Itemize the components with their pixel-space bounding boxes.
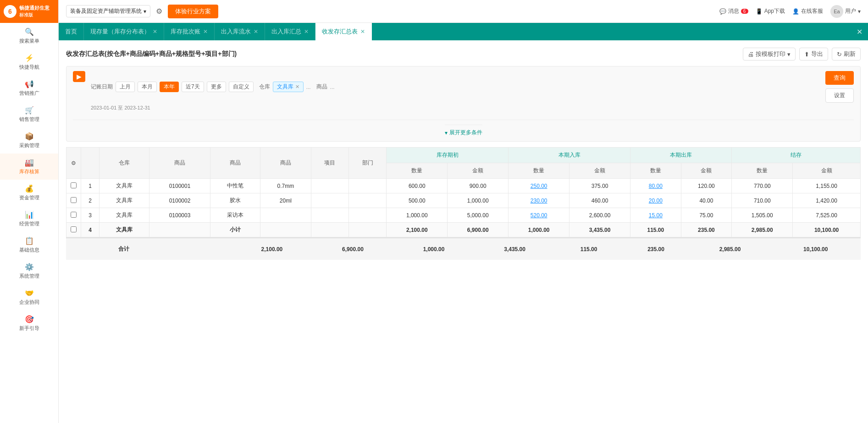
content-area: 收发存汇总表(按仓库+商品编码+商品+规格型号+项目+部门) 🖨 按模板打印 ▾… — [59, 40, 868, 423]
sales-icon: 🛒 — [25, 106, 34, 115]
sidebar-item-label: 营销推广 — [19, 90, 39, 97]
topbar: 装备及固定资产辅助管理系统 ▾ ⚙ 体验行业方案 💬 消息 6 📱 App下载 … — [59, 0, 868, 23]
link-num[interactable]: 15.00 — [649, 212, 663, 219]
tab-close-icon[interactable]: ✕ — [153, 28, 157, 35]
goods-label: 商品 — [316, 83, 327, 91]
sidebar-item-label: 快捷导航 — [19, 64, 39, 71]
sidebar-item-finance[interactable]: 💰 资金管理 — [0, 180, 58, 206]
expand-filter-button[interactable]: ▾ 展开更多条件 — [445, 125, 482, 137]
date-filter-group: 记账日期 上月 本月 本年 近7天 更多 自定义 — [91, 82, 254, 92]
settings-icon[interactable]: ⚙ — [156, 7, 162, 16]
table-settings-col[interactable]: ⚙ — [66, 148, 81, 179]
message-button[interactable]: 💬 消息 6 — [719, 7, 748, 15]
main-area: 装备及固定资产辅助管理系统 ▾ ⚙ 体验行业方案 💬 消息 6 📱 App下载 … — [59, 0, 868, 423]
system-selector[interactable]: 装备及固定资产辅助管理系统 ▾ — [66, 5, 150, 17]
table-out-amt-col: 金额 — [681, 163, 732, 179]
sidebar-item-label: 采购管理 — [19, 142, 39, 149]
purchase-icon: 📦 — [25, 132, 34, 141]
sidebar-item-label: 销售管理 — [19, 116, 39, 123]
sidebar-item-sales[interactable]: 🛒 销售管理 — [0, 101, 58, 127]
refresh-button[interactable]: ↻ 刷新 — [832, 48, 861, 60]
tab-receive-summary[interactable]: 收发存汇总表 ✕ — [315, 23, 372, 40]
app-download-button[interactable]: 📱 App下载 — [756, 7, 785, 15]
date-btn-more[interactable]: 更多 — [207, 82, 226, 92]
total-balance-amt: 10,100.00 — [770, 242, 861, 256]
table-row: 3文具库0100003采访本1,000.005,000.00520.002,60… — [66, 208, 861, 223]
date-btn-this-year[interactable]: 本年 — [160, 82, 179, 92]
page-content: 收发存汇总表(按仓库+商品编码+商品+规格型号+项目+部门) 🖨 按模板打印 ▾… — [59, 40, 868, 423]
link-num[interactable]: 80.00 — [649, 183, 663, 189]
warehouse-more[interactable]: ... — [306, 84, 311, 90]
tab-close-icon[interactable]: ✕ — [254, 28, 258, 35]
goods-filter-group: 商品 ... — [316, 83, 335, 91]
export-button[interactable]: ⬆ 导出 — [799, 48, 828, 60]
avatar: Ea — [830, 5, 843, 18]
tab-inout-summary[interactable]: 出入库汇总 ✕ — [265, 23, 315, 40]
table-dept-col: 部门 — [348, 148, 386, 179]
tab-close-icon[interactable]: ✕ — [203, 28, 208, 35]
system-icon: ⚙️ — [25, 263, 34, 271]
table-row: 2文具库0100002胶水20ml500.001,000.00230.00460… — [66, 193, 861, 208]
print-button[interactable]: 🖨 按模板打印 ▾ — [743, 48, 796, 60]
query-button[interactable]: 查询 — [825, 71, 854, 85]
trial-button[interactable]: 体验行业方案 — [168, 5, 218, 18]
table-balance-amt-col: 金额 — [793, 163, 861, 179]
sidebar-item-marketing[interactable]: 📢 营销推广 — [0, 75, 58, 101]
link-num[interactable]: 520.00 — [531, 212, 547, 219]
sidebar-item-quicknav[interactable]: ⚡ 快捷导航 — [0, 49, 58, 75]
date-btn-this-month[interactable]: 本月 — [138, 82, 157, 92]
message-icon: 💬 — [719, 8, 726, 15]
date-label: 记账日期 — [91, 83, 113, 91]
sidebar-item-guide[interactable]: 🎯 新手引导 — [0, 310, 58, 336]
sidebar-item-purchase[interactable]: 📦 采购管理 — [0, 127, 58, 154]
date-btn-last-month[interactable]: 上月 — [116, 82, 135, 92]
sidebar-item-label: 系统管理 — [19, 273, 39, 280]
table-out-qty-col: 数量 — [630, 163, 681, 179]
filter-toggle-button[interactable]: ▶ — [73, 71, 85, 82]
user-button[interactable]: Ea 用户 ▾ — [830, 5, 861, 18]
sidebar-item-label: 企业协同 — [19, 299, 39, 306]
tab-home[interactable]: 首页 — [59, 23, 84, 40]
table-balance-group: 结存 — [732, 148, 861, 163]
app-logo: 6 畅捷通好生意 标准版 — [0, 0, 58, 23]
set-button[interactable]: 设置 — [825, 88, 854, 103]
total-opening-qty: 2,100.00 — [232, 242, 313, 256]
sidebar-item-inventory[interactable]: 🏭 库存核算 — [0, 154, 58, 180]
link-num[interactable]: 20.00 — [649, 198, 663, 204]
sidebar-item-operation[interactable]: 📊 经营管理 — [0, 206, 58, 232]
sidebar-item-collab[interactable]: 🤝 企业协同 — [0, 284, 58, 310]
tab-inventory-dist[interactable]: 现存量（库存分布表） ✕ — [84, 23, 164, 40]
sidebar-item-basic[interactable]: 📋 基础信息 — [0, 232, 58, 258]
inventory-icon: 🏭 — [25, 158, 34, 167]
table-out-group: 本期出库 — [630, 148, 732, 163]
tab-close-icon[interactable]: ✕ — [360, 28, 365, 35]
online-service-button[interactable]: 👤 在线客服 — [792, 7, 823, 15]
basic-icon: 📋 — [25, 236, 34, 245]
close-all-tabs-button[interactable]: ✕ — [851, 27, 868, 36]
export-icon: ⬆ — [804, 51, 809, 58]
tab-batch[interactable]: 库存批次账 ✕ — [164, 23, 215, 40]
sidebar-item-system[interactable]: ⚙️ 系统管理 — [0, 258, 58, 284]
link-num[interactable]: 250.00 — [531, 183, 547, 189]
goods-more[interactable]: ... — [330, 84, 335, 90]
table-goodsspec-col: 商品 — [260, 148, 311, 179]
printer-icon: 🖨 — [748, 51, 754, 58]
warehouse-tag-close[interactable]: ✕ — [295, 84, 299, 90]
total-out-amt: 235.00 — [622, 242, 689, 256]
page-title: 收发存汇总表(按仓库+商品编码+商品+规格型号+项目+部门) — [66, 50, 237, 58]
tab-inout-flow[interactable]: 出入库流水 ✕ — [215, 23, 265, 40]
finance-icon: 💰 — [25, 184, 34, 193]
logo-icon: 6 — [4, 5, 17, 18]
tab-close-icon[interactable]: ✕ — [304, 28, 309, 35]
date-btn-custom[interactable]: 自定义 — [229, 82, 254, 92]
table-in-qty-col: 数量 — [509, 163, 569, 179]
sidebar-item-search[interactable]: 🔍 搜索菜单 — [0, 23, 58, 49]
sidebar-item-label: 库存核算 — [19, 168, 39, 175]
table-wrapper: ⚙ 仓库 商品 商品 商品 项目 部门 库存期初 本期入库 本期出库 结存 — [66, 147, 861, 237]
total-in-amt: 3,435.00 — [474, 242, 555, 256]
link-num[interactable]: 230.00 — [531, 198, 547, 204]
date-btn-7days[interactable]: 近7天 — [182, 82, 204, 92]
table-row: 4文具库小计2,100.006,900.001,000.003,435.0011… — [66, 223, 861, 237]
warehouse-tag: 文具库 ✕ — [273, 82, 304, 92]
collab-icon: 🤝 — [25, 289, 34, 297]
